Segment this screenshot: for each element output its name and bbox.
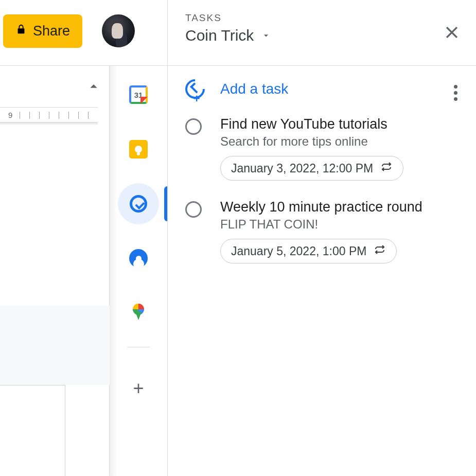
share-label: Share (33, 23, 70, 39)
repeat-icon (374, 243, 386, 259)
ruler: 9 (0, 107, 98, 122)
task-list-name: Coin Trick (185, 27, 254, 44)
collapse-chevron-icon[interactable] (85, 78, 102, 97)
calendar-icon[interactable] (128, 84, 149, 105)
lock-icon (15, 23, 27, 40)
tasks-icon[interactable] (118, 183, 159, 224)
tasks-panel: TASKS Coin Trick Add a task Find new You… (167, 0, 476, 476)
task-date-label: January 5, 2022, 1:00 PM (231, 244, 366, 258)
document-strip: 9 (0, 66, 110, 476)
task-list-picker[interactable]: Coin Trick (185, 27, 459, 44)
close-icon[interactable] (443, 24, 461, 43)
task-complete-toggle[interactable] (185, 118, 202, 135)
task-item[interactable]: Weekly 10 minute practice round FLIP THA… (168, 195, 476, 278)
chevron-down-icon (261, 27, 271, 44)
task-title: Find new YouTube tutorials (220, 116, 403, 132)
keep-icon[interactable] (128, 139, 149, 160)
ruler-number: 9 (8, 111, 12, 119)
document-page[interactable] (0, 385, 65, 476)
task-item[interactable]: Find new YouTube tutorials Search for mo… (168, 112, 476, 195)
task-date-chip[interactable]: January 5, 2022, 1:00 PM (220, 239, 397, 263)
rail-divider (127, 347, 150, 347)
add-task-label[interactable]: Add a task (220, 81, 288, 97)
add-addon-icon[interactable]: + (128, 378, 149, 399)
more-options-icon[interactable] (454, 82, 457, 103)
task-complete-toggle[interactable] (185, 201, 202, 218)
share-button[interactable]: Share (3, 14, 82, 48)
add-task-row: Add a task (168, 66, 476, 112)
contacts-icon[interactable] (128, 248, 149, 269)
task-subtitle: Search for more tips online (220, 134, 403, 149)
tasks-header: TASKS Coin Trick (168, 0, 476, 66)
add-task-icon[interactable] (181, 75, 209, 103)
task-title: Weekly 10 minute practice round (220, 199, 422, 215)
account-avatar[interactable] (102, 14, 135, 47)
document-page[interactable] (0, 126, 98, 306)
task-date-chip[interactable]: January 3, 2022, 12:00 PM (220, 156, 403, 181)
maps-icon[interactable] (128, 303, 149, 323)
ruler-ticks (20, 112, 98, 119)
topbar-left: Share (0, 0, 167, 66)
side-panel-rail: + (110, 66, 167, 476)
repeat-icon (380, 161, 393, 176)
tasks-eyebrow: TASKS (185, 12, 459, 24)
task-subtitle: FLIP THAT COIN! (220, 217, 422, 232)
task-date-label: January 3, 2022, 12:00 PM (231, 162, 373, 175)
